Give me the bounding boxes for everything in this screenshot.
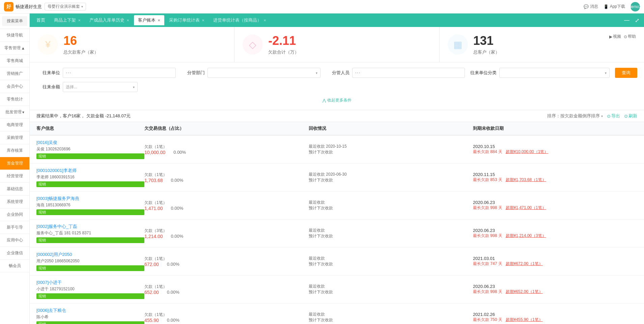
overdue-link[interactable]: 超期¥672.00（1笔） xyxy=(506,261,543,266)
due-date-cell: 2020.06.23 最长欠款 998 天 超期¥1,471.00（1笔） xyxy=(473,196,637,215)
last-collect: 最近收款 xyxy=(309,200,473,205)
debt-count: 欠款（1笔） xyxy=(144,144,309,150)
sidebar-item-purchase[interactable]: 采购管理 xyxy=(0,131,29,144)
avatar: demo2 xyxy=(631,2,640,11)
debt-amount: 455.90 xyxy=(144,318,159,323)
sidebar-item-inventory[interactable]: 库存核算 xyxy=(0,144,29,157)
sidebar-item-ops-mgmt[interactable]: 经营管理 xyxy=(0,170,29,183)
chevron-down-icon: ▾ xyxy=(605,71,607,75)
overdue-link[interactable]: 超期¥1,703.68（1笔） xyxy=(506,177,546,182)
customer-name-link[interactable]: [0001020001]李老师 xyxy=(36,168,144,174)
overdue-link[interactable]: 超期¥1,471.00（1笔） xyxy=(506,205,546,210)
from-unit-label: 往来单位 xyxy=(36,70,60,76)
store-selector[interactable]: 母婴行业演示账套 ▾ xyxy=(45,3,86,10)
close-icon[interactable]: ✕ xyxy=(78,19,81,22)
sidebar-item-vip[interactable]: 畅会员 xyxy=(0,260,29,272)
sidebar-item-member[interactable]: 会员中心 xyxy=(0,80,29,93)
collapse-btn[interactable]: ⋀ 收起更多条件 xyxy=(323,97,352,103)
app-download-btn[interactable]: 📱 App下载 xyxy=(604,4,625,9)
export-btn[interactable]: ⊙ 导出 xyxy=(607,113,620,119)
close-icon[interactable]: ✕ xyxy=(202,19,204,22)
search-menu-btn[interactable]: 搜索菜单 xyxy=(2,16,27,26)
video-btn[interactable]: ▶ 视频 xyxy=(609,34,621,39)
tab-purchase-order[interactable]: 采购订单统计表 ✕ xyxy=(165,15,208,25)
overdue-link[interactable]: 超期¥1,214.00（3笔） xyxy=(506,233,546,238)
person-label: 分管人员 xyxy=(326,70,349,76)
building-icon: ▦ xyxy=(448,34,468,55)
play-icon: ▶ xyxy=(609,34,612,39)
sidebar-item-app-center[interactable]: 应用中心 xyxy=(0,234,29,247)
expand-btn[interactable]: ⤢ xyxy=(633,17,641,24)
sidebar-item-newbie[interactable]: 新手引导 xyxy=(0,221,29,234)
close-icon[interactable]: ✕ xyxy=(263,19,266,22)
minimize-btn[interactable]: — xyxy=(622,17,632,24)
customer-cell: [0002]服务中心_丁磊 服务中心_丁磊 181 0125 8371 现销 xyxy=(36,224,144,243)
overdue-days: 最长欠款 998 天 超期¥652.00（1笔） xyxy=(473,289,637,295)
debt-cell: 欠款（1笔） 455.90 0.00% xyxy=(144,307,309,324)
results-bar: 搜索结果中，客户16家， 欠款金额 -21,148.07元 排序：按欠款金额倒序… xyxy=(30,110,644,122)
results-summary: 搜索结果中，客户16家 xyxy=(36,113,81,118)
person-input[interactable]: ··· xyxy=(352,68,465,78)
recover-cell: 最近收款 2020-10-15 预计下次收款 xyxy=(309,140,473,159)
sidebar-item-quick-nav[interactable]: 快捷导航 xyxy=(0,29,29,42)
overdue-link[interactable]: 超期¥652.00（1笔） xyxy=(506,289,543,294)
tab-customer-account[interactable]: 客户账本 ✕ xyxy=(134,15,164,25)
close-icon[interactable]: ✕ xyxy=(127,19,129,22)
due-date: 2020.06.23 xyxy=(473,200,637,205)
customer-name-link[interactable]: [000002]用户2050 xyxy=(36,252,144,258)
sidebar-item-batch-mgmt[interactable]: 批发管理 ▾ xyxy=(0,106,29,119)
sidebar-item-retail-stats[interactable]: 零售统计 xyxy=(0,93,29,106)
money-icon: ¥ xyxy=(38,34,58,55)
unit-category-select[interactable]: ▾ xyxy=(499,68,610,78)
debt-amount: 1,703.68 xyxy=(144,178,163,183)
sidebar-item-ecommerce[interactable]: 电商管理 xyxy=(0,119,29,131)
sidebar-item-enterprise[interactable]: 企业协同 xyxy=(0,208,29,221)
next-collect: 预计下次收款 xyxy=(309,233,473,239)
refresh-icon: ⊙ xyxy=(624,114,628,119)
sort-selector[interactable]: 排序：按欠款金额倒序排序 ▾ xyxy=(547,113,603,119)
tab-home[interactable]: 首页 xyxy=(32,15,49,25)
close-icon[interactable]: ✕ xyxy=(158,19,160,22)
overdue-link[interactable]: 超期¥10,000.00（1笔） xyxy=(506,149,549,154)
col-customer-info: 客户信息 xyxy=(36,125,144,131)
refresh-btn[interactable]: ⊙ 刷新 xyxy=(624,113,637,119)
last-collect: 最近收款 xyxy=(309,228,473,233)
debt-cell: 欠款（1笔） 10,000.00 0.00% xyxy=(144,140,309,159)
from-unit-input[interactable]: ··· xyxy=(63,68,176,78)
balance-select[interactable]: 选择... ▾ xyxy=(63,82,138,92)
tab-production[interactable]: 产成品入库单历史 ✕ xyxy=(85,15,133,25)
sidebar-item-retail-mgmt[interactable]: 零售管理 ▲ xyxy=(0,42,29,55)
customer-tag: 现销 xyxy=(36,209,144,215)
customer-cell: [000002]用户2050 用户2050 18665062050 现销 xyxy=(36,252,144,271)
sidebar-item-sys-mgmt[interactable]: 系统管理 xyxy=(0,196,29,208)
debt-ratio: 0.00% xyxy=(173,150,186,155)
debt-ratio: 0.00% xyxy=(171,234,184,239)
sidebar: 搜索菜单 快捷导航 零售管理 ▲ 零售商城 营销推广 会员中心 零售统计 批 xyxy=(0,13,30,324)
customer-name-link[interactable]: [0007]小进干 xyxy=(36,279,144,286)
user-avatar-area[interactable]: demo2 xyxy=(631,2,640,11)
table-row: [0006]去下粮仓 陈小希 现销 欠款（1笔） 455.90 0.00% 最近… xyxy=(30,303,644,324)
customer-name-link[interactable]: [0016]吴俊 xyxy=(36,140,144,146)
customer-name-link[interactable]: [0006]去下粮仓 xyxy=(36,307,144,314)
sidebar-item-finance[interactable]: 资金管理 xyxy=(0,157,29,170)
overdue-link[interactable]: 超期¥455.90（1笔） xyxy=(506,317,543,322)
stat-card-total-customers: ▦ 131 总客户（家） ▶ 视频 ⊙ 帮助 xyxy=(440,27,644,62)
customer-name-link[interactable]: [0002]服务中心_丁磊 xyxy=(36,224,144,230)
recover-cell: 最近收款 预计下次收款 xyxy=(309,224,473,243)
tab-products[interactable]: 商品上下架 ✕ xyxy=(50,15,85,25)
debt-ratio: 0.00% xyxy=(167,262,179,267)
sidebar-item-retail-mall[interactable]: 零售商城 xyxy=(0,55,29,67)
message-btn[interactable]: 💬 消息 xyxy=(584,4,598,9)
sidebar-item-basic-info[interactable]: 基础信息 xyxy=(0,183,29,196)
sidebar-item-wechat[interactable]: 企业微信 xyxy=(0,247,29,260)
debt-cell: 欠款（1笔） 1,703.68 0.00% xyxy=(144,168,309,187)
overdue-customers-number: 16 xyxy=(63,34,226,48)
help-btn[interactable]: ⊙ 帮助 xyxy=(624,34,636,39)
customer-name-link[interactable]: [0003]畅捷服务尹海燕 xyxy=(36,196,144,202)
overdue-days: 最长欠款 750 天 超期¥455.90（1笔） xyxy=(473,317,637,323)
tab-stock-stats[interactable]: 进货单统计表（按商品） ✕ xyxy=(209,15,270,25)
sidebar-item-marketing[interactable]: 营销推广 xyxy=(0,67,29,80)
overdue-days: 最长欠款 998 天 超期¥1,214.00（3笔） xyxy=(473,233,637,239)
dept-select[interactable]: ▾ xyxy=(207,68,320,78)
search-button[interactable]: 查询 xyxy=(615,68,637,78)
